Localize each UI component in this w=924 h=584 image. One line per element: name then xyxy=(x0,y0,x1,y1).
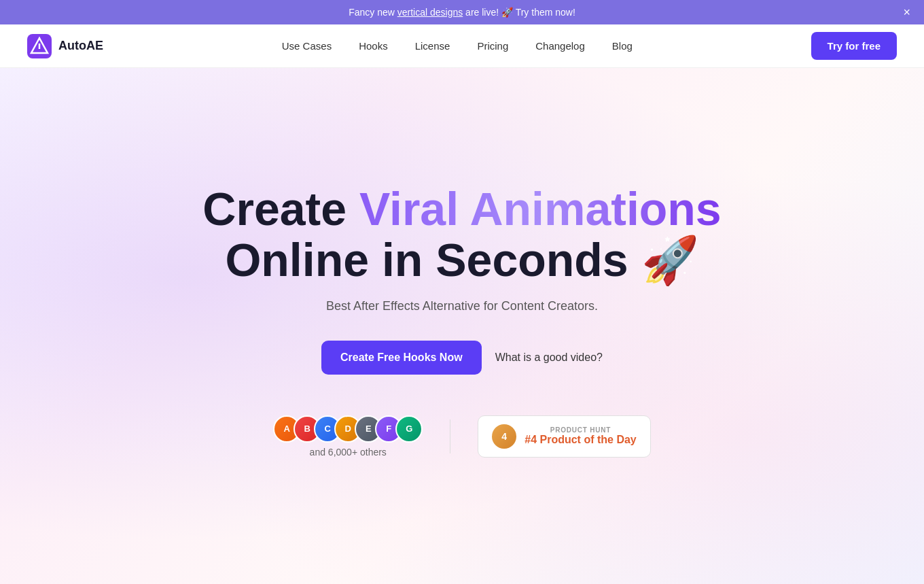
logo[interactable]: AutoAE xyxy=(27,34,103,58)
nav-links: Use Cases Hooks License Pricing Changelo… xyxy=(282,40,633,52)
nav-hooks[interactable]: Hooks xyxy=(359,40,388,52)
ph-medal: 4 xyxy=(492,424,516,449)
hero-subtitle: Best After Effects Alternative for Conte… xyxy=(326,299,598,313)
divider xyxy=(450,419,450,453)
ph-text: PRODUCT HUNT #4 Product of the Day xyxy=(525,426,636,446)
what-is-good-video-button[interactable]: What is a good video? xyxy=(495,351,603,364)
navbar: AutoAE Use Cases Hooks License Pricing C… xyxy=(0,24,924,68)
logo-text: AutoAE xyxy=(58,39,103,53)
nav-license[interactable]: License xyxy=(415,40,450,52)
announcement-banner: Fancy new vertical designs are live! 🚀 T… xyxy=(0,0,924,24)
try-for-free-button[interactable]: Try for free xyxy=(811,32,897,60)
avatars-wrap: A B C D E F G and 6,000+ others xyxy=(273,415,423,458)
nav-changelog[interactable]: Changelog xyxy=(535,40,585,52)
ph-label: PRODUCT HUNT xyxy=(525,426,636,434)
ph-title: #4 Product of the Day xyxy=(525,434,636,446)
logo-icon xyxy=(27,34,52,58)
avatar: G xyxy=(395,415,423,443)
nav-pricing[interactable]: Pricing xyxy=(477,40,508,52)
nav-use-cases[interactable]: Use Cases xyxy=(282,40,332,52)
product-hunt-badge[interactable]: 4 PRODUCT HUNT #4 Product of the Day xyxy=(478,415,650,458)
create-hooks-button[interactable]: Create Free Hooks Now xyxy=(321,341,482,375)
hero-buttons: Create Free Hooks Now What is a good vid… xyxy=(321,341,603,375)
avatars-group: A B C D E F G xyxy=(273,415,423,443)
hero-title: Create Viral Animations Online in Second… xyxy=(202,184,721,286)
nav-blog[interactable]: Blog xyxy=(612,40,633,52)
hero-section: Create Viral Animations Online in Second… xyxy=(0,68,924,584)
social-text: and 6,000+ others xyxy=(310,447,387,458)
banner-link[interactable]: vertical designs xyxy=(397,7,463,18)
hero-title-gradient: Viral Animations xyxy=(359,183,722,235)
social-proof: A B C D E F G and 6,000+ others 4 PRODUC… xyxy=(273,415,650,458)
banner-text: Fancy new vertical designs are live! 🚀 T… xyxy=(349,7,575,18)
banner-close-button[interactable]: × xyxy=(903,6,910,18)
